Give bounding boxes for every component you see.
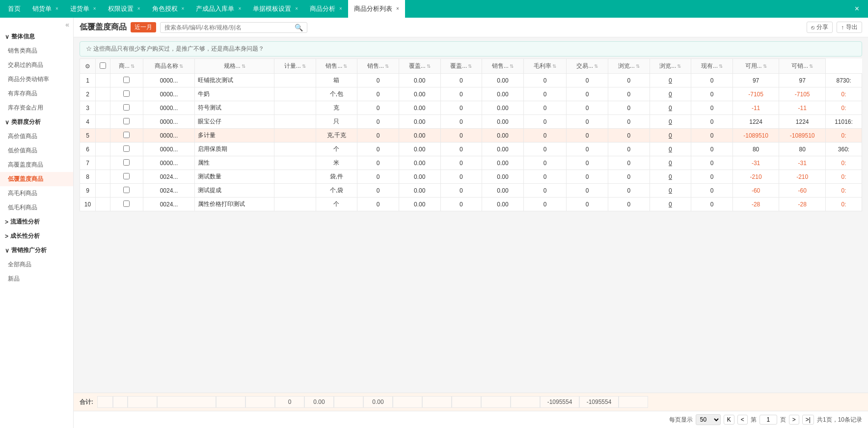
sidebar-item-all-goods[interactable]: 全部商品 xyxy=(0,257,73,272)
nav-close-analysis[interactable]: × xyxy=(339,0,342,18)
sidebar-group-overall[interactable]: ∨ 整体信息 xyxy=(0,29,73,44)
cell-check[interactable] xyxy=(110,156,143,170)
sidebar-item-high-coverage[interactable]: 高覆盖度商品 xyxy=(0,158,73,172)
th-spec[interactable]: 规格...⇅ xyxy=(195,59,274,74)
cell-check[interactable] xyxy=(110,87,143,101)
th-view2[interactable]: 浏览...⇅ xyxy=(650,59,691,74)
th-cover1[interactable]: 覆盖...⇅ xyxy=(399,59,440,74)
cell-view1: 0 xyxy=(650,184,691,198)
time-filter-button[interactable]: 近一月 xyxy=(131,22,156,32)
th-sales3[interactable]: 销售...⇅ xyxy=(482,59,524,74)
sidebar-item-capital[interactable]: 库存资金占用 xyxy=(0,101,73,115)
prev-page-button[interactable]: < xyxy=(737,415,748,425)
th-stock3[interactable]: 可销...⇅ xyxy=(779,59,826,74)
nav-template[interactable]: 单据模板设置 × xyxy=(247,0,304,18)
th-settings[interactable]: ⚙ xyxy=(80,59,96,74)
sidebar-group-growth[interactable]: > 成长性分析 xyxy=(0,229,73,243)
cell-code: 0000... xyxy=(143,101,194,115)
nav-production[interactable]: 产成品入库单 × xyxy=(190,0,247,18)
nav-close-template[interactable]: × xyxy=(295,0,298,18)
nav-analysis[interactable]: 商品分析 × xyxy=(304,0,348,18)
sidebar-item-category-rate[interactable]: 商品分类动销率 xyxy=(0,72,73,86)
nav-analysis-list[interactable]: 商品分析列表 × xyxy=(348,0,405,18)
th-cover2[interactable]: 覆盖...⇅ xyxy=(440,59,482,74)
nav-sales[interactable]: 销货单 × xyxy=(27,0,64,18)
th-name[interactable]: 商品名称⇅ xyxy=(143,59,194,74)
sidebar-group-cluster[interactable]: ∨ 类群度分析 xyxy=(0,115,73,129)
nav-permission[interactable]: 权限设置 × xyxy=(102,0,146,18)
th-stock1[interactable]: 现有...⇅ xyxy=(691,59,733,74)
th-check[interactable] xyxy=(96,59,110,74)
cell-check[interactable] xyxy=(110,198,143,211)
window-close-button[interactable]: × xyxy=(848,4,866,13)
nav-close-analysis-list[interactable]: × xyxy=(396,0,399,18)
sidebar-item-low-margin[interactable]: 低毛利商品 xyxy=(0,200,73,215)
content-area: 低覆盖度商品 近一月 🔍 ⎋ 分享 ↑ 导出 ☆ 这些商品只有很少客户购买过，是… xyxy=(74,18,868,428)
th-stock2[interactable]: 可用...⇅ xyxy=(732,59,779,74)
sidebar-item-traded-goods[interactable]: 交易过的商品 xyxy=(0,58,73,72)
cell-margin: 0 xyxy=(567,170,608,184)
page-size-select[interactable]: 50 100 200 xyxy=(696,414,721,425)
nav-close-role[interactable]: × xyxy=(182,0,185,18)
sidebar-collapse-button[interactable]: « xyxy=(0,20,73,29)
th-sales2[interactable]: 销售...⇅ xyxy=(357,59,399,74)
cell-view2: 0 xyxy=(691,87,733,101)
search-input[interactable] xyxy=(164,24,295,31)
cell-view1: 0 xyxy=(650,87,691,101)
cell-stock3: 0: xyxy=(825,129,862,143)
cell-sales3: 0 xyxy=(523,143,567,156)
sidebar-group-flow[interactable]: > 流通性分析 xyxy=(0,215,73,229)
cell-stock3: 0: xyxy=(825,170,862,184)
cell-check[interactable] xyxy=(110,115,143,129)
cell-check[interactable] xyxy=(110,74,143,87)
sidebar-item-high-margin[interactable]: 高毛利商品 xyxy=(0,186,73,200)
first-page-button[interactable]: K xyxy=(724,415,734,425)
cell-check[interactable] xyxy=(110,129,143,143)
cell-view2: 0 xyxy=(691,129,733,143)
cell-check[interactable] xyxy=(110,184,143,198)
cell-sales3: 0 xyxy=(523,115,567,129)
th-sales1[interactable]: 销售...⇅ xyxy=(316,59,357,74)
next-page-button[interactable]: > xyxy=(789,415,799,425)
cell-check[interactable] xyxy=(110,170,143,184)
nav-role[interactable]: 角色授权 × xyxy=(146,0,190,18)
th-trade[interactable]: 交易...⇅ xyxy=(567,59,608,74)
cell-cover2: 0.00 xyxy=(482,156,524,170)
share-button[interactable]: ⎋ 分享 xyxy=(807,22,833,33)
cell-margin: 0 xyxy=(567,129,608,143)
footer-empty13 xyxy=(619,396,648,408)
cell-check[interactable] xyxy=(110,101,143,115)
cell-stock3: 0: xyxy=(825,101,862,115)
cell-check[interactable] xyxy=(110,143,143,156)
th-view1[interactable]: 浏览...⇅ xyxy=(608,59,650,74)
cell-unit: 克 xyxy=(316,101,357,115)
sidebar-item-in-stock[interactable]: 有库存商品 xyxy=(0,86,73,101)
sidebar-item-sales-goods[interactable]: 销售类商品 xyxy=(0,44,73,58)
export-button[interactable]: ↑ 导出 xyxy=(837,22,862,33)
page-number-input[interactable] xyxy=(760,415,777,425)
sidebar-group-marketing[interactable]: ∨ 营销推广分析 xyxy=(0,243,73,257)
nav-home[interactable]: 首页 xyxy=(2,0,27,18)
nav-close-purchase[interactable]: × xyxy=(93,0,96,18)
search-icon[interactable]: 🔍 xyxy=(295,24,303,31)
cell-view2: 0 xyxy=(691,115,733,129)
last-page-button[interactable]: >| xyxy=(802,415,814,425)
select-all-checkbox[interactable] xyxy=(100,62,106,69)
th-code[interactable]: 商...⇅ xyxy=(110,59,143,74)
sidebar-item-low-value[interactable]: 低价值商品 xyxy=(0,143,73,158)
sidebar-item-high-value[interactable]: 高价值商品 xyxy=(0,129,73,143)
nav-close-permission[interactable]: × xyxy=(137,0,140,18)
th-unit[interactable]: 计量...⇅ xyxy=(274,59,316,74)
nav-close-production[interactable]: × xyxy=(238,0,241,18)
nav-purchase[interactable]: 进货单 × xyxy=(64,0,102,18)
sidebar-item-low-coverage[interactable]: 低覆盖度商品 xyxy=(0,172,73,186)
th-margin[interactable]: 毛利率⇅ xyxy=(523,59,567,74)
footer-empty3 xyxy=(128,396,157,408)
table-header-row: ⚙ 商...⇅ 商品名称⇅ 规格...⇅ 计量...⇅ 销售...⇅ 销售...… xyxy=(80,59,862,74)
cell-sales1: 0 xyxy=(357,74,399,87)
sidebar-item-new-goods[interactable]: 新品 xyxy=(0,272,73,286)
nav-close-sales[interactable]: × xyxy=(55,0,58,18)
table-container[interactable]: ⚙ 商...⇅ 商品名称⇅ 规格...⇅ 计量...⇅ 销售...⇅ 销售...… xyxy=(80,58,862,393)
cell-sales2: 0.00 xyxy=(399,156,440,170)
page-size-label: 每页显示 xyxy=(669,416,693,424)
